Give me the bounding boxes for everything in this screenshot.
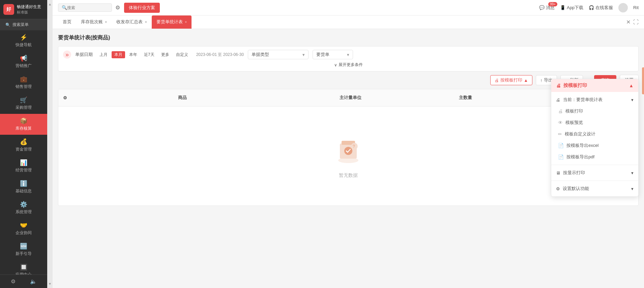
dropdown-item-template-print[interactable]: 🖨 模板打印 [551,105,638,117]
sidebar-item-quick-nav[interactable]: ⚡ 快捷导航 [0,30,47,51]
th-qty: 主数量 [408,92,523,103]
sidebar-item-sales[interactable]: 💼 销售管理 [0,72,47,93]
type-select[interactable]: 单据类型 ▾ [248,50,309,59]
date-pill-this-year[interactable]: 本年 [126,51,140,58]
default-section-arrow: ▾ [631,186,634,191]
tab-batch-account[interactable]: 库存批次账 × [76,15,112,29]
export-pdf-icon: 📄 [558,154,564,160]
sidebar-item-guide[interactable]: 🆕 新手引导 [0,239,47,260]
dropdown-current-header[interactable]: 🖨 当前：要货单统计表 ▾ [551,94,638,105]
date-pills: 上月 本月 本年 近7天 更多 自定义 [97,51,191,58]
dropdown-header-left: 🖨 按模板打印 [556,83,587,89]
print-header-icon: 🖨 [556,83,561,88]
print-template-btn[interactable]: 🖨 按模板打印 ▲ [490,75,532,85]
tab-order-summary[interactable]: 要货单统计表 × [152,15,192,29]
yh-select[interactable]: 要货单 ▾ [313,50,353,59]
select-arrow-icon: ▾ [302,52,305,57]
date-pill-more[interactable]: 更多 [158,51,172,58]
sidebar-item-app-center[interactable]: 🔲 应用中心 [0,260,47,275]
dropdown-close-icon[interactable]: ▲ [629,83,634,88]
footer-speaker-btn[interactable]: 🔈 [30,278,37,285]
scroll-up-arrow[interactable]: ▲ [47,1,53,7]
dropdown-header[interactable]: 🖨 按模板打印 ▲ [551,79,638,92]
nav-icon-system: ⚙️ [20,201,27,208]
date-pill-this-month[interactable]: 本月 [112,51,125,58]
date-pill-last-month[interactable]: 上月 [97,51,110,58]
th-settings[interactable]: ⚙ [58,93,72,103]
th-unit: 主计量单位 [293,92,408,103]
sidebar-item-finance[interactable]: 💰 资金管理 [0,135,47,156]
user-avatar[interactable] [618,3,628,12]
dropdown-item-export-excel[interactable]: 📄 按模板导出excel [551,140,638,151]
tab-close-order-summary[interactable]: × [185,20,187,24]
footer-settings-btn[interactable]: ⚙ [11,278,16,285]
expand-more-icon: ∨ [334,63,337,67]
tab-close-batch-account[interactable]: × [105,20,107,24]
username-text: Rit [633,5,639,10]
sidebar-scrollbar: ▲ ▼ [47,0,53,288]
tab-receipt-summary[interactable]: 收发存汇总表 × [112,15,151,29]
nav-icon-inventory: 📦 [20,117,27,125]
date-pill-7days[interactable]: 近7天 [141,51,157,58]
sidebar-item-operations[interactable]: 📊 经营管理 [0,156,47,177]
dropdown-item-template-design[interactable]: ✏ 模板自定义设计 [551,128,638,140]
date-filter-label: 单据日期 [75,52,93,58]
download-icon: 📱 [560,5,565,10]
tab-close-receipt-summary[interactable]: × [145,20,147,24]
nav-icon-quick-nav: ⚡ [20,34,27,41]
trial-btn[interactable]: 体验行业方案 [124,3,160,13]
topbar-search-input[interactable] [67,5,108,10]
nav-icon-sales: 💼 [20,75,27,83]
print-dropdown: 🖨 按模板打印 ▲ 🖨 当前：要货单统计表 ▾ 🖨 模板打印 [551,79,639,197]
headset-icon: 🎧 [589,5,594,10]
resize-handle[interactable] [642,67,644,94]
tabbar: 首页 库存批次账 × 收发存汇总表 × 要货单统计表 × ✕ ⛶ [53,15,644,29]
nav-icon-purchase: 🛒 [20,96,27,104]
dropdown-display-header[interactable]: 🖥 按显示打印 ▾ [551,167,638,179]
filter-expand-icon[interactable]: » [63,51,71,59]
display-section-arrow: ▾ [631,170,634,175]
sidebar-item-system[interactable]: ⚙️ 系统管理 [0,197,47,218]
tabbar-close-btn[interactable]: ✕ [626,19,631,25]
nav-icon-operations: 📊 [20,159,27,166]
sidebar: 好 畅捷通好生意 标准版 🔍 搜索菜单 ⚡ 快捷导航 📢 营销推广 💼 销售管理… [0,0,47,288]
tab-home[interactable]: 首页 [58,15,76,29]
sidebar-item-collab[interactable]: 🤝 企业协同 [0,218,47,239]
app-download-btn[interactable]: 📱 App下载 [560,5,583,11]
export-icon: ↑ [540,78,543,83]
sidebar-item-basic[interactable]: ℹ️ 基础信息 [0,177,47,197]
sidebar-search[interactable]: 🔍 搜索菜单 [0,19,47,30]
search-icon: 🔍 [62,5,67,10]
template-print-icon: 🖨 [558,108,563,114]
print-arrow-icon: ▲ [524,78,528,83]
nav-icon-finance: 💰 [20,138,27,146]
sidebar-item-purchase[interactable]: 🛒 采购管理 [0,93,47,114]
svg-text:?: ? [353,144,355,149]
filter-row-1: » 单据日期 上月 本月 本年 近7天 更多 自定义 2023-06-01 至 … [63,50,634,59]
dropdown-item-export-pdf[interactable]: 📄 按模板导出pdf [551,151,638,163]
dropdown-item-template-preview[interactable]: 👁 模板预览 [551,117,638,128]
empty-illustration: ? [331,133,365,167]
date-range-text: 2023-06-01 至 2023-06-30 [196,52,244,58]
dropdown-current-section: 🖨 当前：要货单统计表 ▾ 🖨 模板打印 👁 模板预览 ✏ 模板自定义设计 [551,92,638,165]
current-section-icon: 🖨 [556,97,560,102]
sidebar-item-inventory[interactable]: 📦 库存核算 [0,114,47,135]
dropdown-default-section: ⚙ 设置默认功能 ▾ [551,181,638,196]
topbar-search-box[interactable]: 🔍 [58,3,112,12]
app-logo-icon: 好 [3,4,14,15]
expand-more-btn[interactable]: ∨ 展开更多条件 [63,62,634,68]
dropdown-default-header[interactable]: ⚙ 设置默认功能 ▾ [551,183,638,194]
sidebar-footer: ⚙ 🔈 [0,275,47,288]
settings-gear-icon[interactable]: ⚙ [115,4,120,11]
scroll-down-arrow[interactable]: ▼ [47,281,53,287]
sidebar-item-marketing[interactable]: 📢 营销推广 [0,51,47,72]
online-service-btn[interactable]: 🎧 在线客服 [589,5,613,11]
messages-btn[interactable]: 💬 消息 99+ [539,5,555,11]
dropdown-display-section: 🖥 按显示打印 ▾ [551,165,638,181]
sidebar-logo: 好 畅捷通好生意 标准版 [0,0,47,19]
nav-icon-collab: 🤝 [20,222,27,229]
page-title: 要货单统计表(按商品) [58,34,639,41]
filter-bar: » 单据日期 上月 本月 本年 近7天 更多 自定义 2023-06-01 至 … [58,46,639,71]
date-pill-custom[interactable]: 自定义 [173,51,191,58]
tabbar-expand-btn[interactable]: ⛶ [633,19,639,25]
